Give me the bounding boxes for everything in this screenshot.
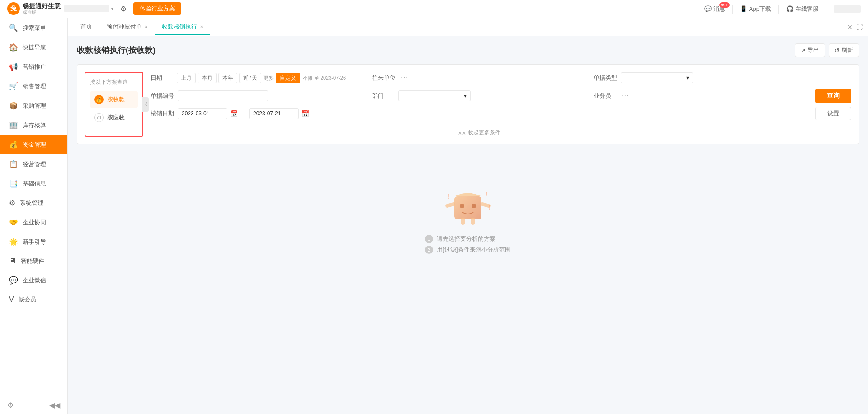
tab-prepay-label: 预付冲应付单	[107, 23, 142, 31]
sidebar-item-operations[interactable]: 📋 经营管理	[0, 154, 67, 174]
svg-rect-2	[472, 204, 476, 208]
tip-num-2: 2	[425, 246, 433, 254]
collapse-more-button[interactable]: ∧∧ 收起更多条件	[458, 129, 500, 137]
tab-home[interactable]: 首页	[73, 19, 99, 35]
industry-solution-button[interactable]: 体验行业方案	[133, 2, 181, 15]
filter-option-by-receivable[interactable]: ⏱ 按应收	[90, 109, 138, 126]
tip-text-1: 请先选择要分析的方案	[437, 235, 495, 243]
filter-row-1: 日期 上月 本月 本年 近7天 更多 自定义 不限 至	[151, 72, 808, 84]
filter-option-by-receipt[interactable]: 💰 按收款	[90, 91, 138, 108]
refresh-button[interactable]: ↺ 刷新	[829, 43, 859, 57]
filter-option-receivable-label: 按应收	[107, 114, 125, 122]
settings-button[interactable]: 设置	[815, 107, 851, 120]
logo-text: 畅捷通好生意 标准版	[23, 2, 61, 15]
tab-receipt[interactable]: 收款核销执行 ×	[155, 19, 210, 35]
counterpart-label: 往来单位	[372, 74, 396, 82]
sidebar-item-wechat[interactable]: 💬 企业微信	[0, 271, 67, 290]
date-this-year-button[interactable]: 本年	[218, 73, 237, 83]
svg-text:!: !	[486, 190, 488, 198]
sidebar-item-search-menu[interactable]: 🔍 搜索菜单	[0, 18, 67, 38]
sidebar-item-inventory[interactable]: 🏢 库存核算	[0, 115, 67, 135]
sidebar-item-beginner[interactable]: 🌟 新手引导	[0, 232, 67, 252]
sidebar-item-basic-info[interactable]: 📑 基础信息	[0, 174, 67, 193]
page-title: 收款核销执行(按收款)	[77, 45, 156, 56]
online-service-button[interactable]: 🎧 在线客服	[786, 5, 819, 13]
sidebar-collapse-button[interactable]: ◀◀	[49, 401, 60, 409]
expand-button[interactable]: ⛶	[856, 24, 863, 31]
filter-writeoff-date-item: 核销日期 📅 — 📅	[151, 108, 808, 119]
brand-sub: 标准版	[23, 10, 61, 15]
sidebar-label-inventory: 库存核算	[23, 121, 46, 129]
filter-date-item: 日期 上月 本月 本年 近7天 更多 自定义 不限 至	[151, 73, 365, 83]
top-bar-left: 兔 畅捷通好生意 标准版 ▾ ⚙ 体验行业方案	[7, 2, 181, 15]
tab-receipt-close-icon[interactable]: ×	[200, 24, 203, 29]
date-more-label[interactable]: 更多	[263, 74, 274, 82]
doc-type-select[interactable]: ▾	[621, 72, 693, 83]
purchase-icon: 📦	[9, 101, 18, 110]
writeoff-date-end-input[interactable]	[249, 108, 299, 119]
refresh-icon: ↺	[835, 47, 840, 54]
export-button[interactable]: ↗ 导出	[795, 43, 825, 57]
filter-option-receipt-label: 按收款	[107, 95, 125, 104]
sidebar-label-fund: 资金管理	[23, 141, 46, 149]
date-7days-button[interactable]: 近7天	[239, 73, 261, 83]
calendar-start-icon[interactable]: 📅	[230, 110, 238, 117]
date-custom-button[interactable]: 自定义	[276, 73, 300, 83]
sidebar-item-enterprise-collab[interactable]: 🤝 企业协同	[0, 213, 67, 232]
tab-prepay[interactable]: 预付冲应付单 ×	[99, 19, 155, 35]
counterpart-select-button[interactable]: ···	[399, 72, 410, 84]
receipt-option-icon: 💰	[94, 95, 104, 104]
sidebar-label-search-menu: 搜索菜单	[23, 24, 46, 32]
chevron-down-icon: ▾	[111, 6, 113, 11]
home-icon: 🏠	[9, 43, 18, 52]
calendar-end-icon[interactable]: 📅	[302, 110, 309, 117]
filter-sidebar-collapse-button[interactable]: 《	[142, 97, 149, 112]
dept-select[interactable]: ▾	[398, 90, 471, 101]
company-selector[interactable]: ▾	[64, 5, 113, 12]
settings-button[interactable]: ⚙	[117, 2, 130, 15]
page-header: 收款核销执行(按收款) ↗ 导出 ↺ 刷新	[77, 43, 859, 57]
sidebar-item-fund[interactable]: 💰 资金管理	[0, 135, 67, 154]
sidebar-item-vip[interactable]: V 畅会员	[0, 290, 67, 309]
sidebar-label-operations: 经营管理	[23, 160, 46, 168]
date-this-month-button[interactable]: 本月	[198, 73, 217, 83]
date-quick-buttons: 上月 本月 本年 近7天 更多 自定义	[177, 73, 300, 83]
close-all-tabs-button[interactable]: ✕	[847, 24, 853, 31]
date-limit-text: 不限 至 2023-07-26	[303, 75, 346, 81]
sidebar-settings-button[interactable]: ⚙	[7, 401, 14, 409]
tab-bar: 首页 预付冲应付单 × 收款核销执行 × ✕ ⛶	[68, 18, 868, 36]
sidebar-item-marketing[interactable]: 📢 营销推广	[0, 57, 67, 76]
divider	[732, 5, 733, 14]
operations-icon: 📋	[9, 160, 18, 168]
user-avatar	[834, 5, 861, 13]
user-info[interactable]	[834, 5, 861, 13]
app-download-button[interactable]: 📱 App下载	[740, 5, 771, 13]
salesperson-label: 业务员	[594, 92, 616, 100]
page-content: 收款核销执行(按收款) ↗ 导出 ↺ 刷新 按以下方案查询	[68, 36, 868, 414]
writeoff-date-inputs: 📅 — 📅	[178, 108, 309, 119]
writeoff-date-start-input[interactable]	[178, 108, 227, 119]
sidebar-item-sales[interactable]: 🛒 销售管理	[0, 76, 67, 96]
messages-button[interactable]: 💬 消息 99+	[704, 5, 725, 13]
sidebar-item-system[interactable]: ⚙ 系统管理	[0, 193, 67, 213]
query-button[interactable]: 查询	[815, 89, 851, 103]
svg-rect-3	[445, 202, 455, 208]
tab-prepay-close-icon[interactable]: ×	[145, 24, 147, 29]
salesperson-select-button[interactable]: ···	[620, 90, 631, 102]
sidebar-item-purchase[interactable]: 📦 采购管理	[0, 96, 67, 115]
sidebar-item-quick-nav[interactable]: 🏠 快捷导航	[0, 38, 67, 57]
guide-icon: 🌟	[9, 238, 18, 246]
doc-type-label: 单据类型	[594, 74, 617, 82]
date-last-month-button[interactable]: 上月	[177, 73, 196, 83]
svg-rect-0	[454, 196, 481, 219]
content-area: 首页 预付冲应付单 × 收款核销执行 × ✕ ⛶ 收款核销执行(按收款)	[68, 18, 868, 414]
sidebar-label-collab: 企业协同	[23, 219, 46, 227]
date-label: 日期	[151, 74, 173, 82]
tab-bar-left: 首页 预付冲应付单 × 收款核销执行 ×	[73, 19, 210, 35]
filter-main: 日期 上月 本月 本年 近7天 更多 自定义 不限 至	[151, 72, 808, 137]
sidebar-item-smart-hw[interactable]: 🖥 智能硬件	[0, 252, 67, 271]
filter-actions: 查询 设置	[815, 72, 851, 137]
top-bar-right: 💬 消息 99+ 📱 App下载 🎧 在线客服	[704, 5, 861, 14]
sales-icon: 🛒	[9, 82, 18, 90]
doc-number-input[interactable]	[178, 90, 268, 101]
